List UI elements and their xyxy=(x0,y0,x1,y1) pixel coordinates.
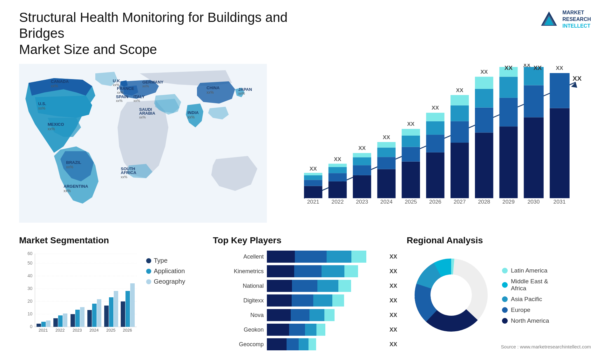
svg-text:10: 10 xyxy=(27,311,32,316)
svg-text:2022: 2022 xyxy=(56,328,65,333)
svg-text:INDIA: INDIA xyxy=(187,110,199,115)
logo-text: MARKET RESEARCH INTELLECT xyxy=(562,10,591,29)
svg-text:ARABIA: ARABIA xyxy=(139,111,155,116)
svg-rect-65 xyxy=(402,129,420,136)
svg-text:FRANCE: FRANCE xyxy=(117,86,134,91)
svg-rect-45 xyxy=(329,173,347,181)
player-bar-container xyxy=(267,324,384,336)
logo-line3: INTELLECT xyxy=(562,23,591,30)
svg-text:xx%: xx% xyxy=(139,115,146,119)
europe-label: Europe xyxy=(511,307,530,313)
svg-rect-93 xyxy=(524,118,544,199)
donut-svg-wrap xyxy=(407,251,496,341)
player-value: XX xyxy=(390,324,397,336)
player-bar-container xyxy=(267,251,384,263)
player-value: XX xyxy=(390,309,397,321)
svg-rect-50 xyxy=(353,175,371,198)
svg-rect-133 xyxy=(92,304,97,327)
svg-rect-38 xyxy=(304,186,322,198)
svg-text:xx%: xx% xyxy=(133,99,140,103)
segmentation-chart: 0 10 20 30 40 50 60 xyxy=(19,251,140,340)
seg-chart-container: 0 10 20 30 40 50 60 xyxy=(19,251,203,340)
svg-text:0: 0 xyxy=(30,324,32,329)
svg-text:50: 50 xyxy=(27,260,32,266)
svg-rect-86 xyxy=(499,126,518,198)
svg-text:40: 40 xyxy=(27,273,32,278)
svg-rect-75 xyxy=(451,121,469,143)
type-dot xyxy=(146,258,151,263)
legend-europe: Europe xyxy=(502,307,549,313)
player-bar-container xyxy=(267,294,384,307)
svg-rect-39 xyxy=(304,180,322,186)
donut-chart xyxy=(407,251,496,340)
north-america-label: North America xyxy=(511,317,549,324)
bottom-grid: Market Segmentation 0 10 20 30 xyxy=(19,235,591,350)
svg-text:xx%: xx% xyxy=(117,91,124,94)
svg-text:XX: XX xyxy=(358,145,366,151)
svg-rect-125 xyxy=(58,315,63,327)
svg-text:2021: 2021 xyxy=(307,199,319,205)
svg-text:2022: 2022 xyxy=(331,199,343,205)
svg-rect-130 xyxy=(80,307,85,327)
svg-text:xx%: xx% xyxy=(187,115,195,119)
svg-text:AFRICA: AFRICA xyxy=(121,170,137,175)
svg-text:2031: 2031 xyxy=(553,199,566,205)
svg-text:30: 30 xyxy=(27,286,32,291)
svg-text:xx%: xx% xyxy=(238,91,245,95)
logo-icon xyxy=(539,10,559,29)
svg-text:2026: 2026 xyxy=(429,199,441,205)
north-america-dot xyxy=(502,318,508,324)
svg-rect-77 xyxy=(451,95,469,105)
page-container: Structural Health Monitoring for Buildin… xyxy=(0,0,610,364)
player-bar xyxy=(267,324,325,336)
map-section: CANADA xx% U.S. xx% MEXICO xx% BRAZIL xx… xyxy=(19,64,267,229)
svg-text:ARGENTINA: ARGENTINA xyxy=(64,184,88,189)
svg-text:JAPAN: JAPAN xyxy=(238,87,252,92)
player-bar xyxy=(267,309,335,321)
svg-rect-74 xyxy=(451,143,469,198)
player-bar xyxy=(267,338,316,350)
player-name: National xyxy=(213,283,264,289)
svg-text:XX: XX xyxy=(309,166,317,172)
svg-rect-134 xyxy=(97,299,101,327)
svg-rect-46 xyxy=(329,167,347,173)
player-value: XX xyxy=(390,265,397,277)
svg-rect-98 xyxy=(550,73,569,108)
svg-text:XX: XX xyxy=(431,104,439,111)
legend-asia-pacific: Asia Pacific xyxy=(502,296,549,303)
player-row: Geokon XX xyxy=(213,324,397,336)
legend-latin-america: Latin America xyxy=(502,267,549,274)
svg-text:XX: XX xyxy=(407,121,415,127)
geography-dot xyxy=(146,279,151,284)
geography-label: Geography xyxy=(154,278,185,285)
svg-rect-141 xyxy=(125,291,130,327)
svg-text:CHINA: CHINA xyxy=(207,85,220,90)
svg-text:xx%: xx% xyxy=(121,175,127,179)
svg-text:2025: 2025 xyxy=(405,199,417,205)
application-label: Application xyxy=(154,267,185,275)
svg-text:XX: XX xyxy=(334,156,342,162)
asia-pacific-label: Asia Pacific xyxy=(511,296,542,303)
svg-text:XX: XX xyxy=(533,65,542,71)
svg-text:xx%: xx% xyxy=(66,165,73,169)
svg-rect-136 xyxy=(104,306,109,327)
svg-rect-124 xyxy=(53,318,58,327)
source-text: Source : www.marketresearchintellect.com xyxy=(407,344,591,349)
player-value: XX xyxy=(390,338,397,350)
segmentation-title: Market Segmentation xyxy=(19,235,203,246)
svg-rect-138 xyxy=(114,291,118,327)
svg-text:GERMANY: GERMANY xyxy=(142,80,164,84)
page-title: Structural Health Monitoring for Buildin… xyxy=(19,10,289,57)
player-bar xyxy=(267,251,366,263)
svg-text:CANADA: CANADA xyxy=(51,79,69,84)
key-players-title: Top Key Players xyxy=(213,235,397,246)
svg-text:BRAZIL: BRAZIL xyxy=(66,160,81,165)
svg-text:XX: XX xyxy=(480,69,488,75)
svg-text:2028: 2028 xyxy=(478,199,490,205)
logo-area: MARKET RESEARCH INTELLECT xyxy=(539,10,591,29)
svg-text:60: 60 xyxy=(27,251,32,256)
player-name: Geokon xyxy=(213,327,264,333)
svg-text:2021: 2021 xyxy=(39,328,48,333)
svg-text:2023: 2023 xyxy=(356,199,368,205)
svg-rect-142 xyxy=(130,283,135,327)
